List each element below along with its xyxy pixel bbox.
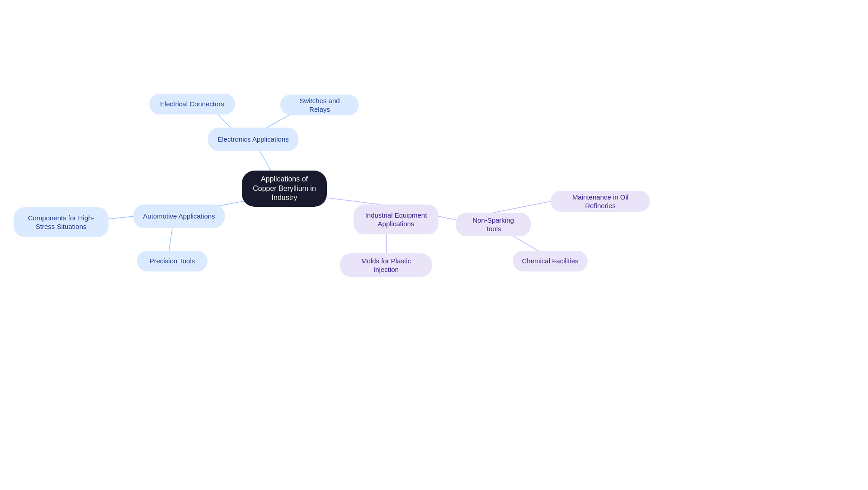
center-node[interactable]: Applications of Copper Beryllium in Indu… xyxy=(242,171,327,207)
molds-plastic-label: Molds for Plastic Injection xyxy=(349,257,423,274)
electronics-node[interactable]: Electronics Applications xyxy=(208,128,298,151)
switches-relays-node[interactable]: Switches and Relays xyxy=(280,95,359,115)
industrial-equipment-node[interactable]: Industrial Equipment Applications xyxy=(354,205,439,234)
electrical-connectors-label: Electrical Connectors xyxy=(160,100,224,109)
industrial-equipment-label: Industrial Equipment Applications xyxy=(363,211,429,228)
svg-line-6 xyxy=(327,198,381,205)
maintenance-oil-node[interactable]: Maintenance in Oil Refineries xyxy=(551,191,650,212)
svg-line-5 xyxy=(169,228,172,251)
svg-line-8 xyxy=(439,216,456,220)
svg-line-4 xyxy=(108,216,133,219)
electronics-label: Electronics Applications xyxy=(217,135,289,144)
chemical-facilities-label: Chemical Facilities xyxy=(522,257,578,266)
precision-tools-label: Precision Tools xyxy=(150,257,195,266)
non-sparking-label: Non-Sparking Tools xyxy=(465,216,522,233)
svg-line-9 xyxy=(493,201,551,213)
precision-tools-node[interactable]: Precision Tools xyxy=(137,251,208,271)
automotive-node[interactable]: Automotive Applications xyxy=(133,205,225,228)
components-highstress-node[interactable]: Components for High-Stress Situations xyxy=(14,207,108,237)
chemical-facilities-node[interactable]: Chemical Facilities xyxy=(513,251,588,271)
maintenance-oil-label: Maintenance in Oil Refineries xyxy=(560,193,641,210)
components-highstress-label: Components for High-Stress Situations xyxy=(23,214,99,231)
electrical-connectors-node[interactable]: Electrical Connectors xyxy=(149,94,235,114)
molds-plastic-node[interactable]: Molds for Plastic Injection xyxy=(340,253,432,277)
switches-relays-label: Switches and Relays xyxy=(289,96,350,114)
automotive-label: Automotive Applications xyxy=(143,212,215,221)
non-sparking-node[interactable]: Non-Sparking Tools xyxy=(456,213,531,236)
center-label: Applications of Copper Beryllium in Indu… xyxy=(251,175,318,203)
